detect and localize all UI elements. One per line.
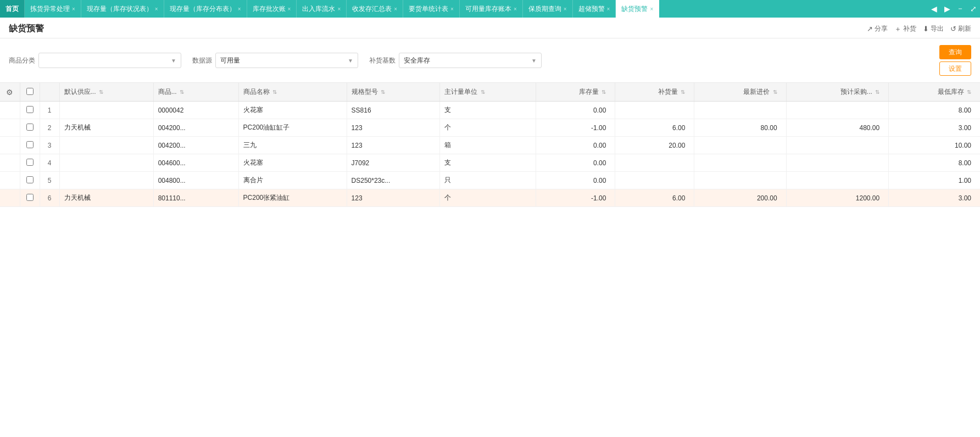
goods-name-sort-icon[interactable]: ⇅ <box>272 89 277 95</box>
replenish-button[interactable]: ＋ 补货 <box>894 24 916 34</box>
tab-batch[interactable]: 库存批次账 × <box>247 0 297 18</box>
th-replenish-label: 补货量 <box>658 88 678 96</box>
page-header: 缺货预警 ↗ 分享 ＋ 补货 ⬇ 导出 ↺ 刷新 <box>0 18 980 38</box>
th-unit-label: 主计量单位 <box>444 88 477 96</box>
unit-sort-icon[interactable]: ⇅ <box>481 89 485 95</box>
row-goods-code: 004600... <box>153 154 238 172</box>
row-replenish-qty <box>615 154 694 172</box>
th-supplier-label: 默认供应... <box>64 88 96 96</box>
row-checkbox-cell[interactable] <box>20 102 40 119</box>
row-spec: 123 <box>347 137 440 154</box>
datasource-select-value: 可用量 <box>220 56 240 65</box>
row-spec: DS250*23c... <box>347 172 440 189</box>
tab-expiry[interactable]: 保质期查询 × <box>523 0 573 18</box>
row-unit: 个 <box>440 119 536 137</box>
row-checkbox-cell[interactable] <box>20 154 40 172</box>
row-replenish-qty: 20.00 <box>615 137 694 154</box>
th-checkbox[interactable] <box>20 83 40 102</box>
row-goods-name: 三九 <box>238 137 347 154</box>
tab-expand-btn[interactable]: ⤢ <box>967 0 980 18</box>
select-all-checkbox[interactable] <box>26 88 34 95</box>
tab-inout-close[interactable]: × <box>337 6 341 12</box>
tab-exception[interactable]: 拣货异常处理 × <box>25 0 81 18</box>
th-spec-label: 规格型号 <box>352 88 378 96</box>
row-unit: 支 <box>440 102 536 119</box>
export-button[interactable]: ⬇ 导出 <box>923 24 944 33</box>
row-checkbox[interactable] <box>26 176 34 183</box>
tab-available-close[interactable]: × <box>514 6 517 12</box>
th-supplier: 默认供应... ⇅ <box>59 83 153 102</box>
row-latest-price <box>694 137 786 154</box>
spec-sort-icon[interactable]: ⇅ <box>381 89 385 95</box>
row-checkbox[interactable] <box>26 159 34 166</box>
tab-stock-dist[interactable]: 现存量（库存分布表） × <box>164 0 247 18</box>
row-min-stock: 10.00 <box>889 137 980 154</box>
query-button[interactable]: 查询 <box>939 45 971 59</box>
refresh-icon: ↺ <box>950 25 956 33</box>
row-checkbox[interactable] <box>26 106 34 113</box>
tab-batch-close[interactable]: × <box>288 6 291 12</box>
row-checkbox[interactable] <box>26 194 34 201</box>
row-checkbox[interactable] <box>26 141 34 148</box>
replenish-base-select[interactable]: 安全库存 ▼ <box>399 53 542 68</box>
tab-order-stat-label: 要货单统计表 <box>409 4 448 14</box>
row-min-stock: 1.00 <box>889 172 980 189</box>
settings-button[interactable]: 设置 <box>939 61 971 76</box>
tab-minimize-btn[interactable]: － <box>954 0 967 18</box>
main-content: 缺货预警 ↗ 分享 ＋ 补货 ⬇ 导出 ↺ 刷新 商品分类 <box>0 18 980 437</box>
row-num: 3 <box>40 137 59 154</box>
filter-actions: 查询 设置 <box>939 45 971 76</box>
tab-shortage-close[interactable]: × <box>650 6 653 12</box>
share-button[interactable]: ↗ 分享 <box>867 24 888 33</box>
tab-stock-status[interactable]: 现存量（库存状况表） × <box>81 0 164 18</box>
tab-shortage[interactable]: 缺货预警 × <box>616 0 659 18</box>
tab-order-stat-close[interactable]: × <box>450 6 454 12</box>
row-replenish-qty: 6.00 <box>615 189 694 207</box>
tab-collect[interactable]: 收发存汇总表 × <box>347 0 403 18</box>
row-supplier <box>59 172 153 189</box>
row-stock: -1.00 <box>536 119 615 137</box>
tab-expiry-close[interactable]: × <box>564 6 567 12</box>
row-checkbox[interactable] <box>26 124 34 131</box>
supplier-sort-icon[interactable]: ⇅ <box>99 89 103 95</box>
stock-sort-icon[interactable]: ⇅ <box>602 89 606 95</box>
tab-order-stat[interactable]: 要货单统计表 × <box>403 0 460 18</box>
tab-prev-btn[interactable]: ◀ <box>927 0 940 18</box>
tab-home-label: 首页 <box>5 4 19 14</box>
estimated-sort-icon[interactable]: ⇅ <box>875 89 879 95</box>
category-filter-group: 商品分类 ▼ <box>9 53 181 68</box>
row-estimated <box>786 172 889 189</box>
tab-inout[interactable]: 出入库流水 × <box>297 0 347 18</box>
tab-available[interactable]: 可用量库存账本 × <box>460 0 523 18</box>
latest-price-sort-icon[interactable]: ⇅ <box>773 89 777 95</box>
row-goods-code: 004800... <box>153 172 238 189</box>
row-spec: 123 <box>347 119 440 137</box>
row-settings-cell <box>0 137 20 154</box>
row-stock: 0.00 <box>536 172 615 189</box>
filter-area: 商品分类 ▼ 数据源 可用量 ▼ 补货基数 安全库存 ▼ 查询 设置 <box>0 38 980 83</box>
row-stock: 0.00 <box>536 102 615 119</box>
row-num: 2 <box>40 119 59 137</box>
tab-next-btn[interactable]: ▶ <box>940 0 954 18</box>
row-checkbox-cell[interactable] <box>20 172 40 189</box>
tab-exception-close[interactable]: × <box>72 6 75 12</box>
tab-stock-dist-close[interactable]: × <box>238 6 241 12</box>
refresh-button[interactable]: ↺ 刷新 <box>950 24 971 33</box>
row-supplier: 力天机械 <box>59 119 153 137</box>
table-row: 5 004800... 离合片 DS250*23c... 只 0.00 1.00 <box>0 172 980 189</box>
min-stock-sort-icon[interactable]: ⇅ <box>967 89 971 95</box>
row-checkbox-cell[interactable] <box>20 189 40 207</box>
category-filter-label: 商品分类 <box>9 56 35 65</box>
tab-home[interactable]: 首页 <box>0 0 25 18</box>
row-checkbox-cell[interactable] <box>20 119 40 137</box>
tab-overstock-close[interactable]: × <box>607 6 610 12</box>
category-select[interactable]: ▼ <box>38 53 181 68</box>
th-settings[interactable]: ⚙ <box>0 83 20 102</box>
datasource-select[interactable]: 可用量 ▼ <box>215 53 358 68</box>
tab-stock-status-close[interactable]: × <box>155 6 158 12</box>
row-checkbox-cell[interactable] <box>20 137 40 154</box>
tab-collect-close[interactable]: × <box>394 6 397 12</box>
replenish-sort-icon[interactable]: ⇅ <box>681 89 685 95</box>
goods-code-sort-icon[interactable]: ⇅ <box>180 89 184 95</box>
tab-overstock[interactable]: 超储预警 × <box>573 0 616 18</box>
